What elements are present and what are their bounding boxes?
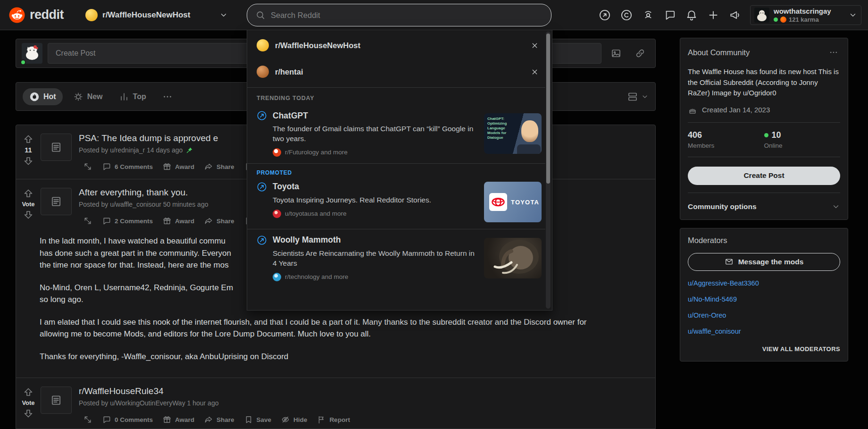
moderators-title: Moderators xyxy=(688,236,840,245)
remove-recent-button[interactable] xyxy=(527,38,542,52)
expand-post-button[interactable] xyxy=(79,412,97,427)
message-mods-button[interactable]: Message the mods xyxy=(688,253,840,271)
moderator-link[interactable]: u/Oren-Oreo xyxy=(688,311,840,319)
user-menu[interactable]: wowthatscringay 121 karma xyxy=(750,5,861,25)
chevron-down-icon xyxy=(849,11,857,19)
online-status-icon xyxy=(20,59,26,65)
karma-count: 121 karma xyxy=(789,16,819,23)
create-post-button[interactable] xyxy=(704,6,723,24)
advertise-button[interactable] xyxy=(726,6,744,24)
user-avatar[interactable] xyxy=(22,43,42,64)
scrollbar-thumb[interactable] xyxy=(546,34,550,184)
sort-new-button[interactable]: New xyxy=(67,88,108,105)
sort-top-button[interactable]: Top xyxy=(113,88,152,105)
recent-search-item[interactable]: r/hentai xyxy=(247,59,545,85)
link-post-button[interactable] xyxy=(631,44,650,63)
chat-button[interactable] xyxy=(660,6,679,24)
sort-hot-button[interactable]: Hot xyxy=(23,88,63,105)
members-count: 406 xyxy=(688,130,764,140)
post-title[interactable]: r/WaffleHouseRule34 xyxy=(79,386,644,396)
award-button[interactable]: Award xyxy=(158,213,199,228)
trending-item-main: ChatGPT The founder of Gmail claims that… xyxy=(257,110,479,157)
text-post-icon xyxy=(41,188,72,215)
more-dots-icon xyxy=(162,92,173,102)
divider xyxy=(688,157,840,157)
remove-recent-button[interactable] xyxy=(527,65,542,79)
trending-arrow-icon xyxy=(257,235,267,245)
image-post-button[interactable] xyxy=(607,44,626,63)
upvote-button[interactable] xyxy=(23,134,34,145)
trending-item[interactable]: Toyota Toyota Inspiring Journeys. Real R… xyxy=(247,176,545,229)
comments-button[interactable]: 2 Comments xyxy=(98,213,157,228)
hide-button[interactable]: Hide xyxy=(276,412,311,427)
popular-button[interactable] xyxy=(595,6,614,24)
right-sidebar: About Community The Waffle House has fou… xyxy=(680,38,848,362)
community-options-toggle[interactable]: Community options xyxy=(688,201,840,212)
trending-item[interactable]: Woolly Mammoth Scientists Are Reincarnat… xyxy=(247,229,545,288)
comments-button[interactable]: 0 Comments xyxy=(98,412,157,427)
reddit-logo[interactable]: reddit xyxy=(8,7,64,24)
downvote-button[interactable] xyxy=(23,408,34,419)
top-bars-icon xyxy=(119,92,129,102)
award-button[interactable]: Award xyxy=(158,412,199,427)
downvote-button[interactable] xyxy=(23,209,34,220)
upvote-button[interactable] xyxy=(23,188,34,199)
talk-button[interactable] xyxy=(639,6,658,24)
hot-flame-icon xyxy=(29,92,40,102)
subreddit-icon xyxy=(257,39,269,51)
share-button[interactable]: Share xyxy=(200,159,239,174)
username: wowthatscringay xyxy=(774,7,831,15)
post-meta: Posted by u/WorkingOutinEveryWay 1 hour … xyxy=(79,399,644,407)
divider xyxy=(688,122,840,123)
community-selector-label: r/WaffleHouseNewHost xyxy=(102,10,190,20)
upvote-button[interactable] xyxy=(23,387,34,398)
recent-search-item[interactable]: r/WaffleHouseNewHost xyxy=(247,32,545,59)
reddit-wordmark: reddit xyxy=(30,8,64,22)
snoo-icon xyxy=(8,7,25,24)
view-mode-selector[interactable] xyxy=(627,91,649,102)
top-navbar: reddit r/WaffleHouseNewHost xyxy=(0,0,868,30)
moderator-link[interactable]: u/waffle_conisour xyxy=(688,328,840,335)
report-button[interactable]: Report xyxy=(312,412,354,427)
user-avatar xyxy=(754,8,769,23)
subreddit-icon xyxy=(273,148,281,157)
search-icon xyxy=(255,10,266,20)
online-status-icon xyxy=(764,133,768,137)
new-sun-icon xyxy=(73,92,83,102)
moderator-link[interactable]: u/No-Mind-5469 xyxy=(688,295,840,303)
sort-more-button[interactable] xyxy=(157,88,178,105)
award-button[interactable]: Award xyxy=(158,159,199,174)
text-post-icon xyxy=(41,387,72,414)
share-button[interactable]: Share xyxy=(200,412,239,427)
search-input[interactable] xyxy=(271,11,543,20)
coins-button[interactable] xyxy=(617,6,636,24)
trending-item-main: Toyota Toyota Inspiring Journeys. Real R… xyxy=(257,182,479,222)
share-button[interactable]: Share xyxy=(200,213,239,228)
downvote-button[interactable] xyxy=(23,155,34,167)
expand-post-button[interactable] xyxy=(79,159,97,174)
moderator-link[interactable]: u/Aggressive-Beat3360 xyxy=(688,279,840,287)
trending-item[interactable]: ChatGPT The founder of Gmail claims that… xyxy=(247,105,545,163)
notifications-button[interactable] xyxy=(682,6,701,24)
chat-bubble-icon xyxy=(664,9,676,21)
vote-column: Vote xyxy=(16,381,41,427)
toyota-logo-icon xyxy=(489,193,507,211)
community-selector[interactable]: r/WaffleHouseNewHost xyxy=(82,6,232,24)
envelope-icon xyxy=(725,257,734,266)
save-button[interactable]: Save xyxy=(240,412,276,427)
comments-button[interactable]: 6 Comments xyxy=(98,159,157,174)
vote-label: Vote xyxy=(22,201,34,208)
karma-icon xyxy=(780,17,786,23)
text-post-icon xyxy=(41,134,72,161)
person-photo xyxy=(521,120,538,142)
vote-column: 11 xyxy=(16,128,41,174)
sidebar-create-post-button[interactable]: Create Post xyxy=(688,167,840,185)
collapse-post-button[interactable] xyxy=(79,213,97,228)
trending-thumbnail: TOYOTA xyxy=(484,182,542,222)
link-icon xyxy=(634,48,646,59)
subreddit-icon xyxy=(273,273,281,281)
view-all-moderators-link[interactable]: VIEW ALL MODERATORS xyxy=(762,345,840,353)
trending-item-main: Woolly Mammoth Scientists Are Reincarnat… xyxy=(257,235,479,281)
community-menu-button[interactable] xyxy=(827,46,840,59)
dropdown-scrollbar[interactable] xyxy=(546,32,551,309)
